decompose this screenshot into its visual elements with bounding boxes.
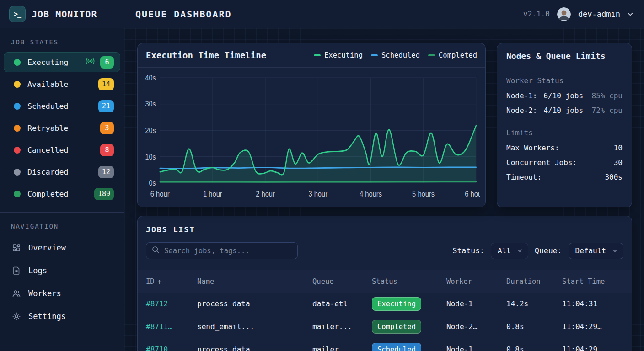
count-badge: 189 — [94, 188, 114, 200]
nodes-queue-limits-card: Nodes & Queue Limits Worker Status Node-… — [497, 43, 632, 207]
table-row[interactable]: #8711… send_email... mailer... Completed… — [138, 315, 632, 338]
job-duration: 0.8s — [506, 322, 562, 331]
sidebar-item-retryable[interactable]: Retryable 3 — [4, 118, 120, 138]
job-queue: mailer... — [312, 322, 372, 331]
chart-title: Execution Time Timeline — [146, 50, 266, 60]
count-badge: 14 — [98, 78, 114, 90]
sidebar-item-overview[interactable]: Overview — [0, 236, 124, 259]
job-name: send_email... — [197, 322, 312, 331]
col-header-worker[interactable]: Worker — [446, 277, 506, 286]
sidebar-item-logs[interactable]: Logs — [0, 259, 124, 282]
sidebar-item-completed[interactable]: Completed 189 — [4, 184, 120, 204]
nodes-panel-title: Nodes & Queue Limits — [497, 43, 632, 69]
job-name: process_data — [197, 299, 312, 308]
sidebar-item-scheduled[interactable]: Scheduled 21 — [4, 96, 120, 116]
sidebar-item-cancelled[interactable]: Cancelled 8 — [4, 140, 120, 160]
svg-text:5 hours: 5 hours — [412, 190, 435, 198]
status-dot — [14, 59, 21, 66]
job-id-link[interactable]: #8711… — [146, 322, 197, 331]
col-header-name[interactable]: Name — [197, 277, 312, 286]
queue-filter-label: Queue: — [535, 246, 562, 255]
job-duration: 0.8s — [506, 345, 562, 351]
sidebar-item-workers[interactable]: Workers — [0, 282, 124, 305]
version-label: v2.1.0 — [523, 10, 550, 18]
limit-row: Max Workers: 10 — [506, 144, 623, 152]
settings-icon — [12, 312, 21, 321]
execution-chart: 0s10s20s30s40s6 hour1 hour2 hour3 hour4 … — [140, 70, 480, 206]
user-menu[interactable]: dev-admin — [578, 10, 620, 19]
status-badge: Executing — [372, 297, 421, 311]
jobs-table-header: ID↑ Name Queue Status Worker Duration St… — [138, 270, 632, 292]
legend-item-completed: Completed — [428, 51, 477, 59]
logs-icon — [12, 266, 21, 275]
legend-swatch — [314, 54, 321, 56]
node-status-row: Node-2: 4/10 jobs 72% cpu — [506, 106, 623, 115]
legend-item-executing: Executing — [314, 51, 363, 59]
table-row[interactable]: #8712 process_data data-etl Executing No… — [138, 292, 632, 315]
svg-text:3 hour: 3 hour — [308, 190, 327, 198]
job-worker: Node-2… — [446, 322, 506, 331]
count-badge: 21 — [98, 100, 114, 112]
svg-text:6 hour: 6 hour — [150, 190, 170, 198]
status-dot — [14, 147, 21, 154]
limit-row: Timeout: 300s — [506, 173, 623, 181]
chevron-down-icon — [612, 249, 617, 252]
chart-legend: Executing Scheduled Completed — [314, 51, 477, 59]
status-filter-select[interactable]: All — [491, 243, 528, 259]
status-dot — [14, 103, 21, 110]
svg-text:2 hour: 2 hour — [256, 190, 275, 198]
sidebar-item-discarded[interactable]: Discarded 12 — [4, 162, 120, 182]
svg-text:4 hours: 4 hours — [360, 190, 382, 198]
job-start-time: 11:04:29 — [562, 345, 632, 351]
col-header-start-time[interactable]: Start Time — [562, 277, 632, 286]
status-dot — [14, 81, 21, 88]
app-brand: >_ JOB MONITOR — [0, 0, 124, 28]
page-title: QUEUE DASHBOARD — [135, 9, 232, 20]
sidebar-item-available[interactable]: Available 14 — [4, 74, 120, 94]
search-box[interactable] — [146, 242, 298, 259]
jobs-list-title: JOBS LIST — [138, 216, 632, 234]
sort-asc-indicator: ↑ — [157, 277, 161, 286]
sidebar-divider — [0, 212, 124, 213]
main-content: Execution Time Timeline Executing Schedu… — [124, 28, 644, 351]
top-bar: >_ JOB MONITOR QUEUE DASHBOARD v2.1.0 de… — [0, 0, 644, 28]
count-badge: 6 — [100, 56, 114, 69]
job-id-link[interactable]: #8710 — [146, 345, 197, 351]
search-icon — [152, 246, 160, 255]
navigation-section-label: NAVIGATION — [0, 223, 124, 230]
count-badge: 12 — [98, 166, 114, 178]
job-queue: data-etl — [312, 299, 372, 308]
svg-text:10s: 10s — [145, 153, 156, 161]
job-duration: 14.2s — [506, 299, 562, 308]
legend-swatch — [371, 54, 378, 56]
col-header-id[interactable]: ID↑ — [146, 277, 197, 286]
worker-status-label: Worker Status — [506, 76, 623, 85]
job-id-link[interactable]: #8712 — [146, 299, 197, 308]
avatar[interactable] — [557, 7, 571, 21]
count-badge: 8 — [100, 144, 114, 156]
table-row[interactable]: #8710 process_data mailer... Scheduled N… — [138, 338, 632, 351]
col-header-queue[interactable]: Queue — [312, 277, 372, 286]
job-queue: mailer... — [312, 345, 372, 351]
svg-text:0s: 0s — [149, 179, 156, 187]
chevron-down-icon[interactable] — [628, 12, 633, 16]
limits-label: Limits — [506, 128, 623, 137]
job-worker: Node-1 — [446, 299, 506, 308]
status-dot — [14, 169, 21, 176]
overview-icon — [12, 243, 21, 252]
limit-row: Concurrent Jobs: 30 — [506, 158, 623, 167]
job-name: process_data — [197, 345, 312, 351]
execution-timeline-card: Execution Time Timeline Executing Schedu… — [137, 43, 486, 207]
col-header-status[interactable]: Status — [372, 277, 446, 286]
legend-swatch — [428, 54, 435, 56]
panel-divider — [506, 121, 623, 121]
status-dot — [14, 125, 21, 132]
queue-filter-select[interactable]: Default — [569, 243, 623, 259]
live-indicator-icon — [84, 57, 96, 67]
sidebar-item-executing[interactable]: Executing 6 — [4, 52, 120, 72]
col-header-duration[interactable]: Duration — [506, 277, 562, 286]
search-input[interactable] — [164, 247, 292, 255]
chevron-down-icon — [517, 249, 522, 252]
count-badge: 3 — [100, 122, 114, 134]
sidebar-item-settings[interactable]: Settings — [0, 305, 124, 328]
